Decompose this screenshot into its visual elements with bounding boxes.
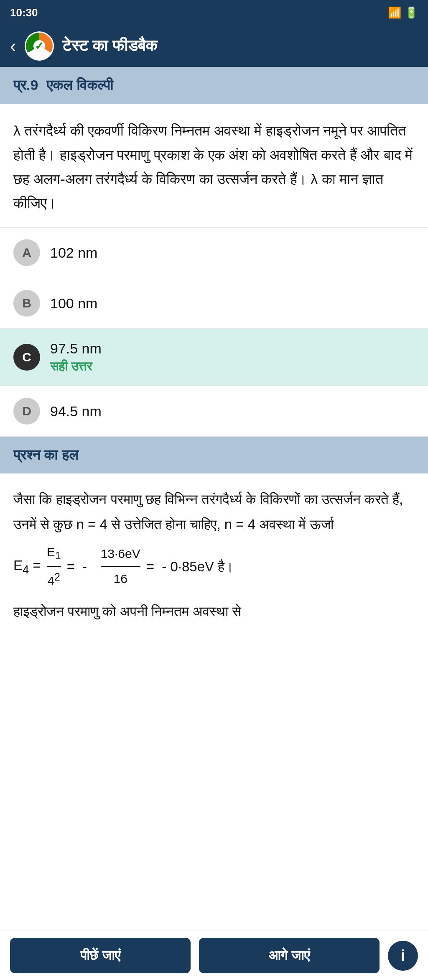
option-c-content: 97.5 nm सही उत्तर	[50, 340, 102, 374]
question-type: एकल विकल्पी	[46, 77, 113, 94]
option-b-badge: B	[13, 290, 40, 317]
signal-icon: 📶	[388, 6, 401, 19]
option-a[interactable]: A 102 nm	[0, 228, 428, 278]
info-button[interactable]: i	[388, 941, 418, 971]
correct-label: सही उत्तर	[50, 359, 102, 374]
formula-result: = - 0·85eV है।	[146, 554, 234, 579]
option-b-content: 100 nm	[50, 295, 97, 312]
option-c-badge: C	[13, 344, 40, 371]
status-icons: 📶 🔋	[388, 6, 418, 19]
back-button[interactable]: ‹	[10, 37, 16, 55]
option-b-text: 100 nm	[50, 295, 97, 312]
option-b[interactable]: B 100 nm	[0, 278, 428, 329]
solution-header: प्रश्न का हल	[0, 437, 428, 473]
solution-formula: E4 = E1 42 = - 13·6eV 16 = - 0·85eV है।	[13, 541, 415, 592]
formula-equals: = -	[67, 554, 95, 579]
prev-button[interactable]: पीछें जाएं	[10, 938, 191, 973]
option-a-content: 102 nm	[50, 245, 97, 261]
formula-e4: E4 =	[13, 553, 41, 580]
option-c[interactable]: C 97.5 nm सही उत्तर	[0, 329, 428, 386]
solution-body: जैसा कि हाइड्रोजन परमाणु छह विभिन्न तरंग…	[0, 473, 428, 640]
logo-tricolor	[26, 33, 53, 59]
bottom-nav: पीछें जाएं आगे जाएं i	[0, 931, 428, 980]
question-body: λ तरंगदैर्ध्य की एकवर्णी विकिरण निम्नतम …	[0, 104, 428, 228]
option-a-text: 102 nm	[50, 245, 97, 261]
formula-fraction: E1 42	[44, 541, 64, 592]
options-container: A 102 nm B 100 nm C 97.5 nm सही उत्तर D …	[0, 228, 428, 437]
option-d-text: 94.5 nm	[50, 403, 102, 420]
option-d[interactable]: D 94.5 nm	[0, 386, 428, 437]
solution-text-2: हाइड्रोजन परमाणु को अपनी निम्नतम अवस्था …	[13, 599, 415, 624]
question-header: प्र.9 एकल विकल्पी	[0, 67, 428, 104]
app-logo	[25, 31, 54, 61]
solution-text-1: जैसा कि हाइड्रोजन परमाणु छह विभिन्न तरंग…	[13, 487, 415, 537]
bottom-spacer	[0, 640, 428, 691]
next-button[interactable]: आगे जाएं	[199, 938, 380, 973]
nav-bar: ‹ टेस्ट का फीडबैक	[0, 25, 428, 67]
question-number: प्र.9	[13, 77, 38, 94]
status-time: 10:30	[10, 6, 38, 19]
option-c-text: 97.5 nm	[50, 340, 102, 357]
option-a-badge: A	[13, 239, 40, 266]
option-d-content: 94.5 nm	[50, 403, 102, 420]
nav-title: टेस्ट का फीडबैक	[62, 37, 157, 55]
question-text: λ तरंगदैर्ध्य की एकवर्णी विकिरण निम्नतम …	[13, 123, 413, 211]
solution-title: प्रश्न का हल	[13, 447, 78, 463]
battery-icon: 🔋	[405, 6, 418, 19]
status-bar: 10:30 📶 🔋	[0, 0, 428, 25]
option-d-badge: D	[13, 398, 40, 425]
formula-value: 13·6eV 16	[98, 542, 143, 590]
